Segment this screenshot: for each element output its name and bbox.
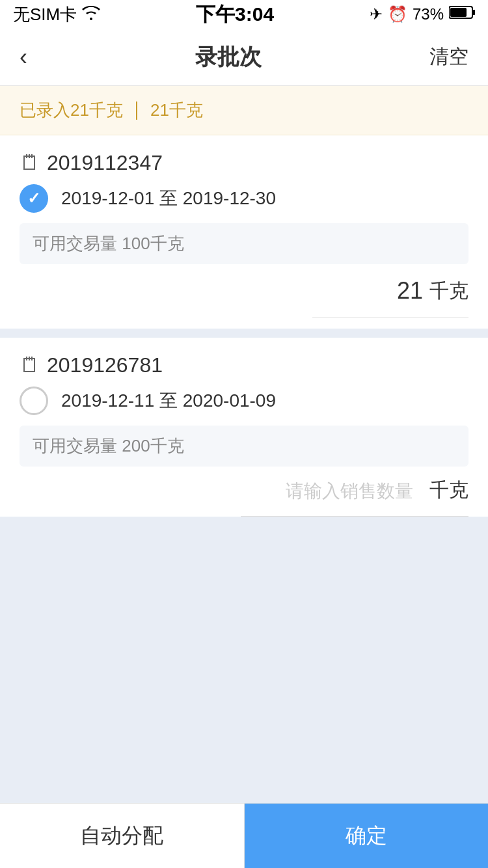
radio-selected-1[interactable]: ✓ <box>20 184 48 213</box>
radio-unselected-2[interactable] <box>20 387 48 415</box>
recorded-amount: 21千克 <box>150 99 203 122</box>
page-title: 录批次 <box>195 42 262 72</box>
svg-rect-1 <box>472 10 475 15</box>
status-right: ✈ ⏰ 73% <box>370 5 475 23</box>
quantity-value-1: 21 <box>397 277 423 305</box>
quantity-row-1: 21 千克 <box>0 264 488 318</box>
batch-id-icon-1: 🗒 <box>20 151 40 175</box>
auto-distribute-label: 自动分配 <box>80 822 163 850</box>
auto-distribute-button[interactable]: 自动分配 <box>0 804 245 868</box>
clear-button[interactable]: 清空 <box>429 44 468 70</box>
location-icon: ✈ <box>370 5 383 23</box>
batch-date-row-2: 2019-12-11 至 2020-01-09 <box>20 387 468 415</box>
batch-avail-2: 可用交易量 200千克 <box>20 426 468 467</box>
gray-area <box>0 517 488 803</box>
info-banner: 已录入21千克 21千克 <box>0 86 488 135</box>
avail-text-2: 可用交易量 200千克 <box>33 436 184 455</box>
battery-text: 73% <box>413 5 444 23</box>
batch-avail-1: 可用交易量 100千克 <box>20 223 468 264</box>
status-time: 下午3:04 <box>196 1 274 28</box>
avail-text-1: 可用交易量 100千克 <box>33 234 184 253</box>
check-icon-1: ✓ <box>27 189 40 208</box>
svg-rect-2 <box>450 8 467 17</box>
batch-id-text-2: 2019126781 <box>47 353 163 377</box>
batch-id-text-1: 2019112347 <box>47 151 163 175</box>
input-quantity-row-2: 千克 <box>0 467 488 517</box>
carrier-text: 无SIM卡 <box>13 3 77 26</box>
batch-id-row-2: 🗒 2019126781 <box>20 353 468 377</box>
status-bar: 无SIM卡 下午3:04 ✈ ⏰ 73% <box>0 0 488 29</box>
bottom-bar: 自动分配 确定 <box>0 803 488 868</box>
confirm-label: 确定 <box>346 822 387 850</box>
batch-item-2[interactable]: 🗒 2019126781 2019-12-11 至 2020-01-09 可用交… <box>0 338 488 467</box>
quantity-unit-1: 千克 <box>429 278 468 305</box>
battery-icon <box>449 5 475 23</box>
quantity-input-2[interactable] <box>228 480 423 502</box>
nav-bar: ‹ 录批次 清空 <box>0 29 488 86</box>
recorded-label: 已录入21千克 <box>20 99 123 122</box>
batch-id-icon-2: 🗒 <box>20 353 40 377</box>
banner-divider <box>136 102 137 120</box>
wifi-icon <box>82 5 100 25</box>
batch-date-text-2: 2019-12-11 至 2020-01-09 <box>61 388 276 413</box>
status-left: 无SIM卡 <box>13 3 100 26</box>
input-unit-2: 千克 <box>429 477 468 504</box>
input-divider-2 <box>241 516 468 517</box>
back-button[interactable]: ‹ <box>20 44 27 71</box>
batch-date-text-1: 2019-12-01 至 2019-12-30 <box>61 186 276 211</box>
batch-id-row-1: 🗒 2019112347 <box>20 151 468 175</box>
section-divider <box>0 329 488 338</box>
batch-card-1: 🗒 2019112347 ✓ 2019-12-01 至 2019-12-30 可… <box>0 135 488 329</box>
confirm-button[interactable]: 确定 <box>245 804 489 868</box>
batch-date-row-1: ✓ 2019-12-01 至 2019-12-30 <box>20 184 468 213</box>
batch-item-1[interactable]: 🗒 2019112347 ✓ 2019-12-01 至 2019-12-30 可… <box>0 135 488 264</box>
alarm-icon: ⏰ <box>388 5 407 23</box>
batch-card-2: 🗒 2019126781 2019-12-11 至 2020-01-09 可用交… <box>0 338 488 517</box>
